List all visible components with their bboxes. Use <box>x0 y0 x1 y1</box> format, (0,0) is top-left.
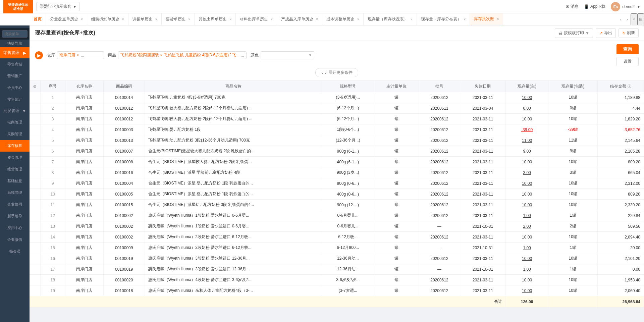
td-stock-main-13[interactable]: 10.00 <box>505 232 548 243</box>
tab-close-zuhe[interactable]: × <box>122 17 124 21</box>
sidebar-item-yingyong[interactable]: 应用中心 <box>0 222 30 234</box>
tab-close-cailiao[interactable]: × <box>271 17 273 21</box>
sidebar-item-jichu[interactable]: 基础信息 <box>0 175 30 187</box>
tab-close-tiaoji[interactable]: × <box>155 17 157 21</box>
tab-yaohuo[interactable]: 要货单历史 × <box>162 13 195 25</box>
sidebar-item-zijin[interactable]: 资金管理 <box>0 152 30 163</box>
tab-fenban[interactable]: 分量盘点单历史 × <box>46 13 87 25</box>
td-stock-main-14[interactable]: 1.00 <box>505 243 548 253</box>
tab-chengben[interactable]: 成本调整单历史 × <box>322 13 364 25</box>
user-menu[interactable]: Ea demo2 ▼ <box>611 2 641 11</box>
logo-area[interactable]: 畅捷通好生意 标准版 <box>3 0 33 13</box>
sidebar-item-lingshang[interactable]: 零售商城 <box>0 58 30 70</box>
td-stock-main-17[interactable]: 10.00 <box>505 275 548 285</box>
td-expiry-1: 2021-03-04 <box>460 103 505 114</box>
td-stock-main-12[interactable]: 2.00 <box>505 221 548 232</box>
tab-pizheng[interactable]: 库存批次账 × <box>470 13 503 25</box>
sidebar-item-huiyuanvip[interactable]: 畅会员 <box>0 246 30 257</box>
message-button[interactable]: ✉ 消息 <box>566 4 579 9</box>
td-stock-main-3[interactable]: -39.00 <box>505 124 548 135</box>
tab-close-xianzai1[interactable]: × <box>411 17 413 21</box>
product-tag-more[interactable]: 飞... <box>232 52 239 58</box>
sidebar-item-qiweixin[interactable]: 企业微信 <box>0 234 30 246</box>
color-dropdown-arrow[interactable]: ▼ <box>307 52 314 58</box>
tab-close-qitachu[interactable]: × <box>229 17 231 21</box>
nav-close-all-button[interactable]: × <box>631 13 637 25</box>
td-stock-main-6[interactable]: 10.00 <box>505 157 548 167</box>
product-tag-2[interactable]: 飞鹤星飞帆 儿童奶粉 4段(3-6岁适用) 700克 × <box>164 52 231 58</box>
tab-xianzai2[interactable]: 现存量（库存分布表） × <box>417 13 470 25</box>
search-input[interactable] <box>2 30 28 38</box>
sidebar-item-xinshou[interactable]: 新手引导 <box>0 210 30 222</box>
td-stock-main-7[interactable]: 3.00 <box>505 167 548 178</box>
expand-more-button[interactable]: ∨∨ 展开更多条件 <box>315 68 358 77</box>
warehouse-tag-close[interactable]: × <box>77 53 79 57</box>
td-gear-12 <box>30 221 40 232</box>
expand-icon: ▶ <box>37 53 41 58</box>
print-button[interactable]: 🖨 按模板打印 ▼ <box>555 28 593 38</box>
tab-qitachu[interactable]: 其他出库单历史 × <box>195 13 236 25</box>
tab-close-pizheng[interactable]: × <box>497 17 499 21</box>
sidebar-item-pifa[interactable]: 批发管理 ▼ <box>0 105 30 116</box>
td-balance-10: 2,339.20 <box>598 200 644 210</box>
app-download-button[interactable]: 📱 App下载 <box>584 4 605 9</box>
tab-close-chengben[interactable]: × <box>357 17 359 21</box>
info-icon[interactable]: ⓘ <box>628 84 631 88</box>
td-stock-main-9[interactable]: 10.00 <box>505 189 548 200</box>
sidebar-item-huiyuan[interactable]: 会员中心 <box>0 82 30 94</box>
td-stock-main-4[interactable]: 11.00 <box>505 135 548 146</box>
td-stock-main-8[interactable]: 10.00 <box>505 178 548 189</box>
tab-home[interactable]: 首页 <box>30 13 46 25</box>
td-unit-17: 罐 <box>374 275 419 285</box>
td-stock-main-10[interactable]: 10.00 <box>505 200 548 210</box>
tab-close-fenban[interactable]: × <box>81 17 83 21</box>
tab-cailiao[interactable]: 材料出库单历史 × <box>236 13 277 25</box>
query-button[interactable]: 查询 <box>616 44 639 54</box>
td-warehouse-5: 南岸门店 <box>65 146 103 157</box>
product-tag-1-close[interactable]: × <box>160 53 162 57</box>
tab-chengpin[interactable]: 产成品入库单历史 × <box>277 13 322 25</box>
product-tag-1[interactable]: 飞鹤奶粉3段丙摆摆装 × <box>120 52 162 58</box>
th-spec: 规格型号 <box>322 81 374 92</box>
sidebar-item-xitong[interactable]: 系统管理 <box>0 187 30 199</box>
nav-prev-button[interactable]: ‹ <box>617 13 624 25</box>
td-stock-main-1[interactable]: 0.00 <box>505 103 548 114</box>
tab-close-chengpin[interactable]: × <box>316 17 318 21</box>
sidebar-item-qiye[interactable]: 企业协同 <box>0 199 30 210</box>
warehouse-tag[interactable]: 南岸门店 × <box>59 52 79 58</box>
sidebar-item-lingtongli[interactable]: 零售统计 <box>0 94 30 105</box>
td-stock-main-11[interactable]: 1.00 <box>505 210 548 221</box>
color-filter-input[interactable] <box>261 52 307 59</box>
sidebar-item-yingxiao[interactable]: 营销推广 <box>0 70 30 82</box>
sidebar-item-kucunhe[interactable]: 库存核算 <box>0 140 30 152</box>
sidebar-item-caigou[interactable]: 采购管理 <box>0 128 30 140</box>
td-balance-12: 509.56 <box>598 221 644 232</box>
td-num-14: 15 <box>40 243 65 253</box>
td-stock-main-18[interactable]: 10.00 <box>505 285 548 296</box>
tab-close-xianzai2[interactable]: × <box>464 17 466 21</box>
td-num-10: 11 <box>40 200 65 210</box>
gear-icon[interactable]: ⚙ <box>33 84 37 89</box>
sidebar-item-lingshoupifa[interactable]: 零售管理 ▶ <box>0 47 30 58</box>
sidebar-item-dianshang[interactable]: 电商管理 <box>0 116 30 128</box>
td-warehouse-17: 南岸门店 <box>65 275 103 285</box>
td-stock-main-16[interactable]: 1.00 <box>505 264 548 275</box>
sidebar-item-jingying[interactable]: 经营管理 <box>0 163 30 175</box>
tab-xianzai1[interactable]: 现存量（库存状况表） × <box>364 13 417 25</box>
filter-expand-button[interactable]: ▶ <box>35 51 43 59</box>
td-stock-main-15[interactable]: 10.00 <box>505 253 548 264</box>
refresh-button[interactable]: ↻ 刷新 <box>619 28 639 38</box>
tab-close-yaohuo[interactable]: × <box>189 17 191 21</box>
td-stock-main-0[interactable]: 10.00 <box>505 92 548 103</box>
settings-button[interactable]: 设置 <box>616 57 639 66</box>
tab-zuhe[interactable]: 组装拆卸单历史 × <box>87 13 128 25</box>
td-batch-17: 20200612 <box>419 275 460 285</box>
account-dropdown[interactable]: 母婴行业演示账套 ▼ <box>36 2 80 11</box>
td-name-3: 飞鹤星飞帆 婴儿配方奶粉 1段 <box>145 124 322 135</box>
tab-tiaoji[interactable]: 调拨单历史 × <box>128 13 162 25</box>
td-stock-main-5[interactable]: 9.00 <box>505 146 548 157</box>
export-button[interactable]: ↗ 导出 <box>596 28 616 38</box>
nav-next-button[interactable]: › <box>624 13 631 25</box>
td-stock-main-2[interactable]: 10.00 <box>505 114 548 124</box>
nav-expand-button[interactable]: ⊞ <box>637 13 644 25</box>
